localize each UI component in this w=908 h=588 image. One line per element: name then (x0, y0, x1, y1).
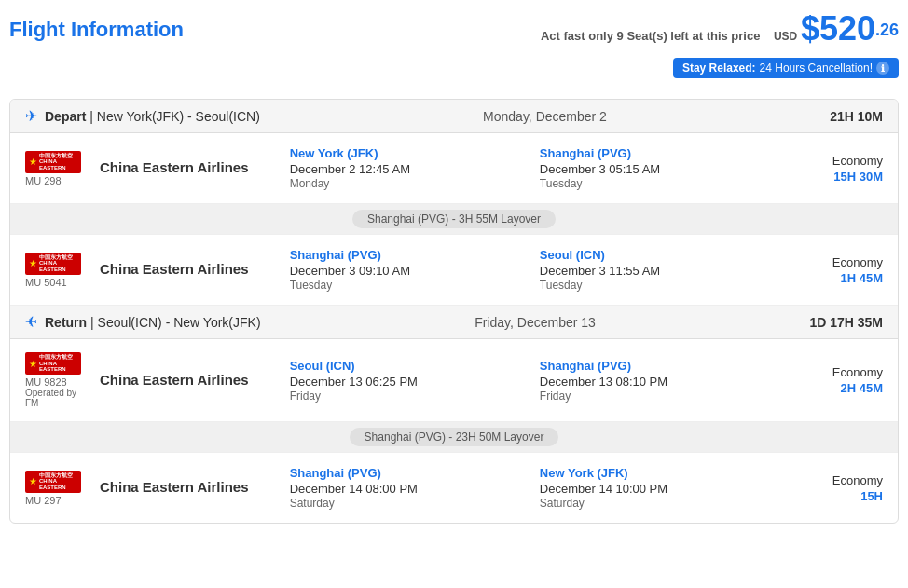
airline-logo-3: ★ 中国东方航空CHINA EASTERN MU 9828 Operated b… (25, 352, 90, 408)
return-flight2-meta: Economy 15H (790, 473, 883, 503)
origin-day-2: Tuesday (290, 279, 530, 292)
dest-day-1: Tuesday (540, 177, 780, 190)
airline-logo-2: ★ 中国东方航空CHINA EASTERN MU 5041 (25, 253, 90, 288)
origin-airport-3: Seoul (ICN) (290, 359, 530, 373)
operated-by-3: Operated by FM (25, 388, 90, 408)
depart-flight1-origin: New York (JFK) December 2 12:45 AM Monda… (290, 146, 530, 190)
cabin-3: Economy (790, 365, 883, 379)
origin-day-4: Saturday (290, 497, 530, 510)
flight-number-2: MU 5041 (25, 277, 67, 288)
plane-depart-icon: ✈ (25, 107, 37, 125)
depart-label: Depart | New York(JFK) - Seoul(ICN) (45, 109, 260, 124)
airline-name-4: China Eastern Airlines (100, 479, 281, 495)
airline-name-2: China Eastern Airlines (100, 261, 281, 277)
page-title: Flight Information (9, 18, 184, 42)
china-eastern-logo-4: ★ 中国东方航空CHINA EASTERN (25, 471, 81, 493)
airline-info-4: China Eastern Airlines (100, 479, 281, 497)
cancellation-detail: 24 Hours Cancellation! (760, 62, 873, 75)
flight-number-3: MU 9828 (25, 376, 67, 388)
duration-2: 1H 45M (790, 271, 883, 285)
flight-card: ✈ Depart | New York(JFK) - Seoul(ICN) Mo… (9, 99, 899, 524)
origin-airport-4: Shanghai (PVG) (290, 466, 530, 480)
urgency-text: Act fast only 9 Seat(s) left at this pri… (541, 9, 899, 48)
airline-logo-1: ★ 中国东方航空CHINA EASTERN MU 298 (25, 151, 90, 186)
airline-info-3: China Eastern Airlines (100, 372, 281, 390)
origin-datetime-2: December 3 09:10 AM (290, 264, 530, 278)
airline-info-1: China Eastern Airlines (100, 159, 281, 177)
dest-airport-3: Shanghai (PVG) (540, 359, 780, 373)
return-label: Return | Seoul(ICN) - New York(JFK) (45, 315, 261, 330)
cancellation-label: Stay Relaxed: (682, 62, 756, 75)
duration-4: 15H (790, 489, 883, 503)
depart-flight1-dest: Shanghai (PVG) December 3 05:15 AM Tuesd… (540, 146, 780, 190)
return-flight-1: ★ 中国东方航空CHINA EASTERN MU 9828 Operated b… (10, 339, 898, 422)
return-date: Friday, December 13 (475, 315, 596, 330)
layover-2: Shanghai (PVG) - 23H 50M Layover (10, 422, 898, 453)
cabin-1: Economy (790, 154, 883, 168)
depart-flight-1: ★ 中国东方航空CHINA EASTERN MU 298 China Easte… (10, 133, 898, 204)
dest-datetime-4: December 14 10:00 PM (540, 482, 780, 496)
price-area: Act fast only 9 Seat(s) left at this pri… (541, 9, 899, 50)
airline-logo-4: ★ 中国东方航空CHINA EASTERN MU 297 (25, 471, 90, 506)
cabin-2: Economy (790, 255, 883, 269)
duration-1: 15H 30M (790, 170, 883, 184)
depart-date: Monday, December 2 (483, 109, 607, 124)
dest-airport-2: Seoul (ICN) (540, 248, 780, 262)
depart-flight2-meta: Economy 1H 45M (790, 255, 883, 285)
airline-name-1: China Eastern Airlines (100, 159, 281, 175)
dest-datetime-2: December 3 11:55 AM (540, 264, 780, 278)
layover-text-2: Shanghai (PVG) - 23H 50M Layover (365, 431, 544, 444)
dest-day-4: Saturday (540, 497, 780, 510)
airline-info-2: China Eastern Airlines (100, 261, 281, 279)
origin-datetime-4: December 14 08:00 PM (290, 482, 530, 496)
return-flight2-dest: New York (JFK) December 14 10:00 PM Satu… (540, 466, 780, 510)
cabin-4: Economy (790, 473, 883, 487)
depart-section-header: ✈ Depart | New York(JFK) - Seoul(ICN) Mo… (10, 100, 898, 133)
depart-flight-2: ★ 中国东方航空CHINA EASTERN MU 5041 China East… (10, 235, 898, 306)
price-cents: .26 (875, 21, 899, 39)
flight-number-4: MU 297 (25, 495, 62, 506)
currency-label: USD (774, 30, 797, 43)
layover-1: Shanghai (PVG) - 3H 55M Layover (10, 204, 898, 235)
return-header-left: ✈ Return | Seoul(ICN) - New York(JFK) (25, 313, 261, 331)
return-section-header: ✈ Return | Seoul(ICN) - New York(JFK) Fr… (10, 306, 898, 339)
depart-flight1-meta: Economy 15H 30M (790, 154, 883, 184)
origin-datetime-1: December 2 12:45 AM (290, 162, 530, 176)
origin-airport-2: Shanghai (PVG) (290, 248, 530, 262)
china-eastern-logo-3: ★ 中国东方航空CHINA EASTERN (25, 352, 81, 375)
origin-airport-1: New York (JFK) (290, 146, 530, 160)
plane-return-icon: ✈ (25, 313, 37, 331)
layover-text-1: Shanghai (PVG) - 3H 55M Layover (367, 212, 541, 226)
return-flight2-origin: Shanghai (PVG) December 14 08:00 PM Satu… (290, 466, 530, 510)
dest-day-2: Tuesday (540, 279, 780, 292)
flight-number-1: MU 298 (25, 175, 62, 186)
dest-datetime-1: December 3 05:15 AM (540, 162, 780, 176)
origin-datetime-3: December 13 06:25 PM (290, 375, 530, 389)
duration-3: 2H 45M (790, 381, 883, 395)
urgency-label: Act fast only 9 Seat(s) left at this pri… (541, 29, 761, 43)
return-flight1-origin: Seoul (ICN) December 13 06:25 PM Friday (290, 359, 530, 403)
return-duration: 1D 17H 35M (809, 315, 883, 330)
return-flight1-dest: Shanghai (PVG) December 13 08:10 PM Frid… (540, 359, 780, 403)
dest-airport-1: Shanghai (PVG) (540, 146, 780, 160)
depart-duration: 21H 10M (830, 109, 883, 124)
return-flight1-meta: Economy 2H 45M (790, 365, 883, 395)
info-icon: ℹ (876, 62, 889, 75)
depart-header-left: ✈ Depart | New York(JFK) - Seoul(ICN) (25, 107, 260, 125)
depart-flight2-origin: Shanghai (PVG) December 3 09:10 AM Tuesd… (290, 248, 530, 292)
origin-day-3: Friday (290, 390, 530, 403)
dest-day-3: Friday (540, 390, 780, 403)
dest-datetime-3: December 13 08:10 PM (540, 375, 780, 389)
china-eastern-logo-1: ★ 中国东方航空CHINA EASTERN (25, 151, 81, 173)
airline-name-3: China Eastern Airlines (100, 372, 281, 388)
page-header: Flight Information Act fast only 9 Seat(… (9, 9, 899, 50)
dest-airport-4: New York (JFK) (540, 466, 780, 480)
depart-flight2-dest: Seoul (ICN) December 3 11:55 AM Tuesday (540, 248, 780, 292)
cancellation-banner: Stay Relaxed: 24 Hours Cancellation! ℹ (673, 58, 899, 78)
return-flight-2: ★ 中国东方航空CHINA EASTERN MU 297 China Easte… (10, 453, 898, 523)
price-main: $520 (801, 9, 875, 48)
origin-day-1: Monday (290, 177, 530, 190)
china-eastern-logo-2: ★ 中国东方航空CHINA EASTERN (25, 253, 81, 275)
